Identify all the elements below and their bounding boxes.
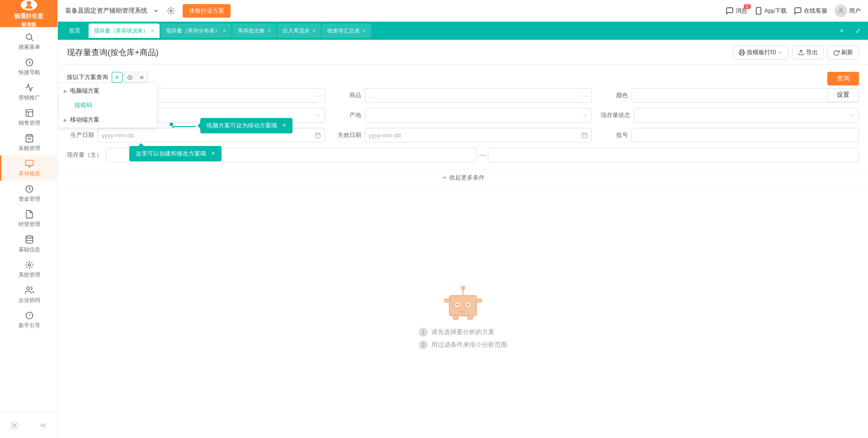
tab-inventory-dist-close[interactable]: × [223, 28, 226, 34]
export-btn[interactable]: 导出 [792, 45, 824, 60]
sidebar-item-operations[interactable]: 经营管理 [0, 206, 57, 231]
refresh-btn[interactable]: 刷新 [827, 45, 859, 60]
tab-batch-ledger-label: 库存批次账 [238, 27, 265, 35]
svg-rect-40 [467, 315, 473, 320]
svg-point-0 [27, 1, 31, 5]
user-btn[interactable]: 用户 [835, 5, 861, 17]
size-chevron [316, 113, 321, 118]
filter-header-btns: + [112, 72, 148, 83]
tab-batch-ledger[interactable]: 库存批次账 × [232, 24, 276, 38]
expiry-date-input[interactable]: yyyy-mm-dd [365, 128, 592, 142]
sidebar-item-enterprise[interactable]: 企业协同 [0, 282, 57, 307]
sidebar-item-guide[interactable]: 快捷导航 [0, 54, 57, 80]
empty-tips: 1 请先选择要分析的方案 2 用过滤条件来缩小分析范围 [419, 328, 507, 349]
empty-tip-2-text: 用过滤条件来缩小分析范围 [431, 341, 507, 349]
scheme-tooltip-text: 电脑方案可设为移动方案哦 [207, 122, 277, 129]
export-label: 导出 [806, 48, 818, 57]
inventory-status-chevron [849, 113, 855, 118]
sidebar-item-newbie[interactable]: 新手引导 [0, 307, 57, 333]
sidebar-item-marketing[interactable]: 营销推广 [0, 80, 57, 105]
inventory-main-max[interactable] [488, 148, 859, 162]
empty-tip-1-text: 请先选择要分析的方案 [431, 328, 495, 336]
sidebar-item-search-label: 搜索菜单 [19, 43, 40, 51]
svg-point-36 [461, 286, 465, 290]
sidebar-item-base[interactable]: 基础信息 [0, 231, 57, 257]
scheme-tooltip-close[interactable]: × [283, 122, 286, 129]
back-scheme-btn[interactable] [137, 72, 148, 83]
mobile-scheme-item[interactable]: ▶ 移动端方案 [58, 112, 157, 127]
tab-inventory-dist[interactable]: 现存量（库存分布表） × [160, 24, 231, 38]
tip-num-2: 2 [419, 340, 428, 349]
page-title: 现存量查询(按仓库+商品) [67, 47, 159, 62]
goods-select[interactable]: ... ··· [365, 88, 592, 103]
sidebar: 畅通好生意 标准版 搜索菜单 快捷导航 营销推广 销售管理 采购管理 [0, 0, 58, 438]
color-select[interactable] [632, 88, 859, 103]
inventory-main-label: 现存量（主） [67, 151, 102, 159]
sidebar-bottom [0, 412, 57, 438]
tab-receive-summary-close[interactable]: × [363, 28, 366, 34]
collapse-btn-label: 收起更多条件 [449, 174, 485, 182]
refresh-label: 刷新 [841, 48, 853, 57]
tab-inventory-status[interactable]: 现存量（库存状况表） × [89, 24, 160, 38]
sidebar-item-inventory[interactable]: 库存核算 [0, 155, 57, 181]
sidebar-item-system[interactable]: 系统管理 [0, 257, 57, 282]
inventory-status-select[interactable] [634, 108, 859, 122]
sidebar-item-purchase-label: 采购管理 [19, 145, 40, 152]
system-select[interactable] [153, 8, 159, 14]
search-btn[interactable]: 查询 [827, 72, 859, 85]
settings-gear-btn[interactable] [165, 5, 177, 17]
tip-num-1: 1 [419, 328, 428, 337]
origin-select[interactable] [365, 108, 592, 122]
color-label: 颜色 [601, 91, 628, 99]
sidebar-item-finance-label: 资金管理 [19, 195, 40, 203]
online-support-btn[interactable]: 在线客服 [794, 7, 827, 15]
sidebar-item-purchase[interactable]: 采购管理 [0, 130, 57, 155]
edit-tooltip: 这里可以创建和修改方案哦 × [129, 146, 222, 161]
sidebar-item-sales[interactable]: 销售管理 [0, 105, 57, 130]
close-all-tabs-btn[interactable]: × [835, 24, 848, 37]
tooltip-arrow [195, 123, 200, 128]
production-date-placeholder: yyyy-mm-dd [102, 132, 134, 139]
filter-action-btns: 查询 设置 [827, 72, 859, 102]
page-header: 现存量查询(按仓库+商品) 按模板打印 导出 刷新 [58, 40, 868, 65]
maximize-btn[interactable]: ⤢ [852, 24, 864, 37]
sidebar-item-search[interactable]: 搜索菜单 [0, 29, 57, 54]
svg-point-16 [840, 8, 842, 10]
tab-inventory-status-close[interactable]: × [151, 28, 154, 34]
goods-placeholder: ... [369, 92, 374, 99]
reset-btn[interactable]: 设置 [827, 88, 859, 102]
tab-home[interactable]: 首页 [61, 24, 88, 38]
settings-btn[interactable] [7, 418, 22, 433]
goods-label: 商品 [334, 91, 361, 99]
tab-receive-summary[interactable]: 收发存汇总表 × [322, 24, 371, 38]
scheme-name-tooltip: 电脑方案可设为移动方案哦 × [200, 118, 292, 133]
filter-row-inventory-status: 现存量状态 [601, 108, 859, 122]
sidebar-item-finance[interactable]: 资金管理 [0, 181, 57, 206]
edit-scheme-btn[interactable] [124, 72, 135, 83]
pc-scheme-item[interactable]: ▶ 电脑端方案 [58, 83, 157, 99]
svg-rect-22 [315, 133, 320, 138]
add-scheme-btn[interactable]: + [112, 72, 123, 83]
tab-batch-ledger-close[interactable]: × [268, 28, 271, 34]
collapse-btn[interactable]: 收起更多条件 [441, 174, 485, 182]
batch-input[interactable] [632, 128, 859, 142]
message-btn[interactable]: 6 消息 [726, 7, 747, 15]
collapse-sidebar-btn[interactable] [36, 418, 50, 433]
industry-btn[interactable]: 体验行业方案 [183, 4, 231, 18]
user-label: 用户 [849, 7, 861, 15]
print-template-btn[interactable]: 按模板打印 [733, 45, 788, 60]
scheme-list: ▶ 电脑端方案 按税码 ▶ 移动端方案 [58, 83, 157, 128]
edit-tooltip-arrow [138, 141, 144, 146]
sidebar-item-system-label: 系统管理 [19, 271, 40, 279]
svg-point-8 [26, 235, 33, 238]
collapse-chevron-icon [441, 174, 448, 181]
edit-tooltip-close[interactable]: × [212, 150, 215, 157]
tab-inout-flow[interactable]: 出入库流水 × [277, 24, 321, 38]
expiry-date-label: 失效日期 [334, 131, 361, 139]
tab-inout-flow-close[interactable]: × [312, 28, 316, 34]
svg-point-32 [456, 303, 459, 306]
sub-pc-item[interactable]: 按税码 [69, 99, 157, 112]
app-download-btn[interactable]: App下载 [755, 7, 787, 15]
filter-row-expiry-date: 失效日期 yyyy-mm-dd [334, 128, 592, 142]
logo-text: 畅通好生意 [14, 12, 43, 20]
